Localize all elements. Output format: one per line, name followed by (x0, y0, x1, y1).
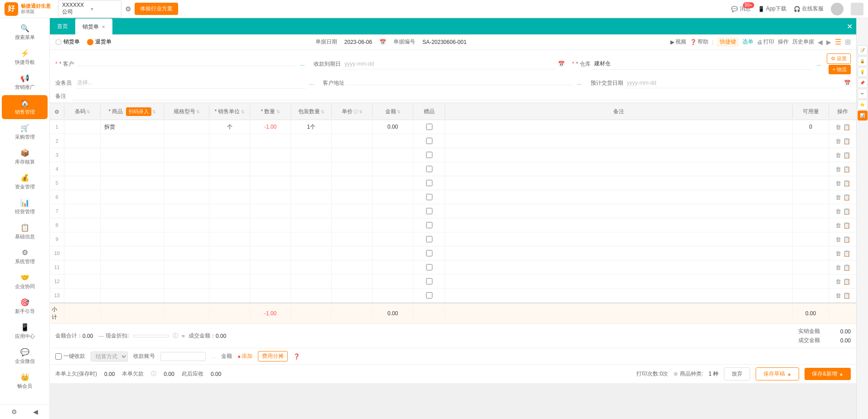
td-row9-amount[interactable] (373, 232, 413, 246)
row6-gift-checkbox[interactable] (426, 194, 432, 200)
td-row6-product[interactable] (101, 190, 164, 204)
sidebar-item-app-center[interactable]: 📱 应用中心 (2, 319, 48, 343)
td-row8-price[interactable] (332, 218, 373, 232)
view-icon-list[interactable]: ☰ (835, 38, 841, 46)
td-row2-unit[interactable] (209, 134, 250, 148)
row4-delete-icon[interactable]: 🗑 (835, 166, 841, 173)
td-row10-remark[interactable] (445, 246, 793, 260)
td-row8-qty[interactable] (250, 218, 291, 232)
payment-account-input[interactable] (160, 352, 206, 361)
td-row3-price[interactable] (332, 148, 373, 162)
td-row1-remark[interactable] (445, 120, 793, 134)
right-btn-4[interactable]: 📌 (858, 78, 868, 88)
td-row1-qty[interactable]: -1.00 (250, 120, 291, 134)
row12-gift-checkbox[interactable] (426, 278, 432, 284)
td-row2-price[interactable] (332, 134, 373, 148)
row10-gift-checkbox[interactable] (426, 250, 432, 256)
row10-delete-icon[interactable]: 🗑 (835, 250, 841, 257)
td-row2-qty[interactable] (250, 134, 291, 148)
td-row1-unit[interactable]: 个 (209, 120, 250, 134)
due-date-input[interactable]: yyyy-mm-dd (343, 59, 556, 69)
td-row7-remark[interactable] (445, 204, 793, 218)
sidebar-item-basic-info[interactable]: 📋 基础信息 (2, 220, 48, 244)
td-row2-pkg[interactable] (291, 134, 332, 148)
td-row9-product[interactable] (101, 232, 164, 246)
unit-sort-icon[interactable]: ⇅ (241, 110, 245, 114)
save-new-btn[interactable]: 保存&新增 ▲ (805, 368, 851, 380)
td-row13-spec[interactable] (164, 289, 209, 302)
th-setting[interactable]: ⚙ (50, 106, 64, 118)
add-payment-btn[interactable]: ● 添加 (238, 352, 252, 360)
td-row2-remark[interactable] (445, 134, 793, 148)
td-row7-spec[interactable] (164, 204, 209, 218)
td-row11-unit[interactable] (209, 260, 250, 274)
td-row8-amount[interactable] (373, 218, 413, 232)
row11-copy-icon[interactable]: 📋 (843, 264, 850, 271)
product-sort-icon[interactable]: ⇅ (152, 110, 156, 114)
td-row11-price[interactable] (332, 260, 373, 274)
td-row4-pkg[interactable] (291, 162, 332, 176)
td-row4-qty[interactable] (250, 162, 291, 176)
info-icon-summary[interactable]: ⓘ (173, 332, 178, 340)
td-row2-amount[interactable] (373, 134, 413, 148)
avatar[interactable] (831, 3, 844, 15)
sidebar-item-sales[interactable]: 🏠 销售管理 (2, 95, 48, 119)
td-row6-pkg[interactable] (291, 190, 332, 204)
td-row10-barcode[interactable] (64, 246, 101, 260)
td-row4-barcode[interactable] (64, 162, 101, 176)
logistics-btn[interactable]: + 物流 (829, 65, 851, 74)
select-link[interactable]: 选单 (742, 38, 753, 46)
video-link[interactable]: ▶ 视频 (670, 38, 686, 46)
td-row11-pkg[interactable] (291, 260, 332, 274)
td-row9-pkg[interactable] (291, 232, 332, 246)
row8-delete-icon[interactable]: 🗑 (835, 222, 841, 229)
td-row10-product[interactable] (101, 246, 164, 260)
warehouse-input[interactable]: 建材仓 (592, 58, 813, 70)
td-row13-barcode[interactable] (64, 289, 101, 302)
customer-addr-input[interactable] (346, 81, 573, 85)
message-btn[interactable]: 💬 消息 99+ (731, 5, 751, 13)
td-row3-product[interactable] (101, 148, 164, 162)
td-row5-barcode[interactable] (64, 176, 101, 190)
td-row11-spec[interactable] (164, 260, 209, 274)
td-row8-product[interactable] (101, 218, 164, 232)
td-row1-product[interactable]: 拆货 (101, 120, 164, 134)
barcode-sort-icon[interactable]: ⇅ (87, 110, 90, 114)
td-row3-qty[interactable] (250, 148, 291, 162)
td-row12-barcode[interactable] (64, 275, 101, 288)
row8-gift-checkbox[interactable] (426, 222, 432, 228)
expected-date-input[interactable]: yyyy-mm-dd (625, 78, 842, 88)
price-sort-icon[interactable]: ⇅ (359, 110, 363, 114)
td-row1-barcode[interactable] (64, 120, 101, 134)
td-row10-spec[interactable] (164, 246, 209, 260)
row5-copy-icon[interactable]: 📋 (843, 180, 850, 187)
trial-btn[interactable]: 体验行业方案 (135, 3, 178, 15)
online-service-btn[interactable]: 🎧 在线客服 (794, 5, 824, 13)
td-row13-gift[interactable] (413, 289, 445, 302)
price-info-icon[interactable]: ⓘ (354, 109, 358, 115)
td-row10-amount[interactable] (373, 246, 413, 260)
td-row10-unit[interactable] (209, 246, 250, 260)
notes-input[interactable] (72, 92, 851, 101)
td-row4-gift[interactable] (413, 162, 445, 176)
td-row12-gift[interactable] (413, 275, 445, 288)
td-row9-remark[interactable] (445, 232, 793, 246)
row11-delete-icon[interactable]: 🗑 (835, 264, 841, 271)
td-row1-pkg[interactable]: 1个 (291, 120, 332, 134)
sidebar-item-system[interactable]: ⚙ 系统管理 (2, 245, 48, 269)
row1-delete-icon[interactable]: 🗑 (835, 124, 841, 130)
td-row5-product[interactable] (101, 176, 164, 190)
amount-sort-icon[interactable]: ⇅ (397, 110, 401, 114)
td-row13-pkg[interactable] (291, 289, 332, 302)
td-row13-qty[interactable] (250, 289, 291, 302)
td-row6-barcode[interactable] (64, 190, 101, 204)
td-row8-pkg[interactable] (291, 218, 332, 232)
row11-gift-checkbox[interactable] (426, 264, 432, 270)
td-row8-remark[interactable] (445, 218, 793, 232)
return-order-radio[interactable]: 退货单 (87, 38, 112, 46)
calendar-icon-3[interactable]: 📅 (844, 80, 851, 86)
td-row7-gift[interactable] (413, 204, 445, 218)
td-row1-price[interactable] (332, 120, 373, 134)
td-row6-qty[interactable] (250, 190, 291, 204)
sidebar-item-search[interactable]: 🔍 搜索菜单 (2, 20, 48, 44)
